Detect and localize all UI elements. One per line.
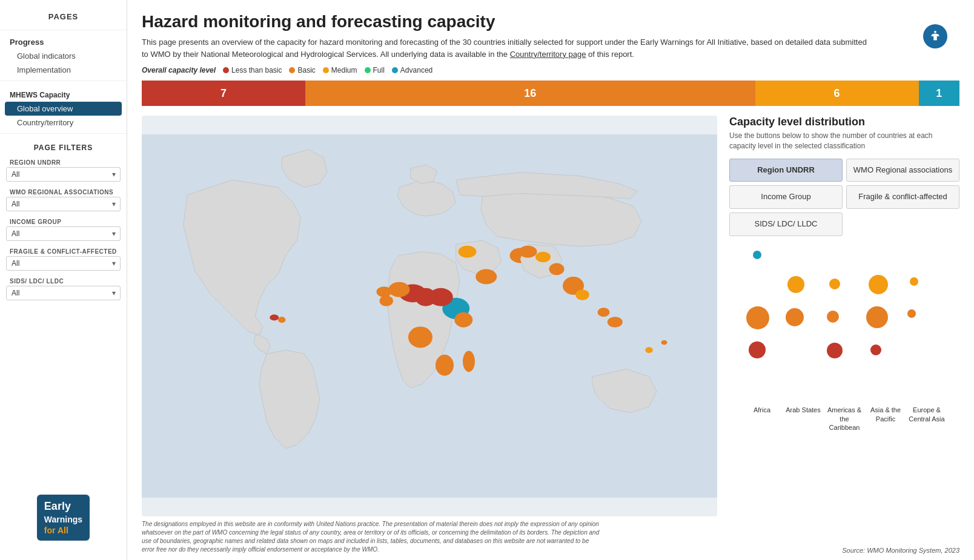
sidebar: PAGES Progress Global indicators Impleme…: [0, 0, 127, 560]
bangladesh-marker: [549, 263, 565, 275]
capacity-dist-title: Capacity level distribution: [729, 116, 959, 128]
guinea-marker: [380, 295, 394, 306]
capacity-dist-desc: Use the buttons below to show the number…: [729, 131, 959, 151]
btn-region-undrr[interactable]: Region UNDRR: [729, 159, 843, 182]
bar-less-than-basic: 7: [142, 81, 305, 106]
legend-row: Overall capacity level Less than basic B…: [142, 66, 959, 74]
bubble-americas-medium: [829, 278, 840, 289]
region-undrr-filter[interactable]: All: [6, 167, 121, 182]
map-area: The designations employed in this websit…: [142, 116, 717, 554]
x-label-africa: Africa: [744, 406, 780, 432]
less-than-basic-label: Less than basic: [231, 66, 282, 74]
legend-less-than-basic: Less than basic: [223, 66, 282, 74]
somalia-marker: [454, 312, 472, 328]
legend-full: Full: [365, 66, 385, 74]
legend-medium: Medium: [323, 66, 357, 74]
x-label-arab: Arab States: [785, 406, 821, 432]
less-than-basic-dot: [223, 67, 229, 73]
bubble-arab-medium: [787, 276, 804, 293]
early-warnings-logo: Early Warnings for All: [37, 495, 90, 541]
bubble-asia-lessthan: [870, 344, 881, 355]
btn-fragile[interactable]: Fragile & conflict-affected: [846, 185, 959, 209]
income-group-label: INCOME GROUP: [0, 215, 127, 226]
basic-label: Basic: [297, 66, 315, 74]
country-territory-link[interactable]: Country/territory page: [510, 50, 586, 59]
legend-basic: Basic: [289, 66, 315, 74]
haiti-marker: [270, 315, 279, 321]
fragile-select[interactable]: All: [6, 256, 121, 271]
sidebar-item-country-territory[interactable]: Country/territory: [0, 116, 127, 130]
bubble-europe-medium: [910, 277, 918, 286]
pacific-marker2: [661, 340, 668, 345]
bubble-africa-lessthan: [749, 341, 766, 358]
region-undrr-select[interactable]: All: [6, 167, 121, 182]
sids-label: SIDS/ LDC/ LLDC: [0, 274, 127, 286]
bubble-americas-lessthan: [827, 343, 843, 358]
bubble-europe-basic: [907, 309, 916, 318]
x-label-asia: Asia & the Pacific: [867, 406, 904, 432]
right-panel: Capacity level distribution Use the butt…: [729, 116, 959, 554]
medium-label: Medium: [331, 66, 357, 74]
medium-dot: [323, 67, 329, 73]
sidebar-item-global-overview[interactable]: Global overview: [5, 102, 122, 116]
pacific-marker: [645, 347, 653, 353]
svg-point-0: [934, 31, 936, 33]
wmo-regional-filter[interactable]: All: [6, 197, 121, 211]
bubble-africa-advanced: [753, 251, 761, 259]
sids-filter[interactable]: All: [6, 286, 121, 300]
progress-heading: Progress: [0, 34, 127, 49]
bubble-chart-inner: [735, 246, 953, 403]
bar-value-6: 6: [833, 87, 840, 100]
region-undrr-label: REGION UNDRR: [0, 156, 127, 167]
bubble-americas-basic: [827, 311, 839, 323]
yemen-marker: [475, 269, 497, 285]
map-container: [142, 116, 717, 516]
legend-advanced: Advanced: [392, 66, 432, 74]
full-label: Full: [373, 66, 385, 74]
x-axis-labels: Africa Arab States Americas & the Caribb…: [735, 406, 953, 432]
sidebar-item-implementation[interactable]: Implementation: [0, 63, 127, 77]
bar-value-7: 7: [220, 87, 227, 100]
source-text: Source: WMO Monitoring System, 2023: [729, 544, 959, 554]
world-map-svg: [142, 116, 717, 516]
nepal-marker: [535, 252, 551, 263]
fragile-filter[interactable]: All: [6, 256, 121, 271]
classification-grid: Region UNDRR WMO Regional associations I…: [729, 159, 959, 237]
wmo-regional-select[interactable]: All: [6, 197, 121, 211]
bar-medium: 6: [755, 81, 919, 106]
mali-marker: [389, 282, 410, 297]
sids-select[interactable]: All: [6, 286, 121, 300]
sidebar-item-global-indicators[interactable]: Global indicators: [0, 49, 127, 63]
advanced-dot: [392, 67, 398, 73]
chad-marker: [415, 288, 436, 306]
advanced-label: Advanced: [400, 66, 432, 74]
wmo-regional-label: WMO REGIONAL ASSOCIATIONS: [0, 185, 127, 197]
mozambique-marker: [436, 355, 454, 376]
legend-label: Overall capacity level: [142, 66, 216, 74]
body-area: The designations employed in this websit…: [142, 116, 959, 554]
bar-value-1: 1: [936, 87, 942, 100]
page-description: This page presents an overview of the ca…: [142, 36, 869, 60]
bar-basic: 16: [305, 81, 755, 106]
btn-income-group[interactable]: Income Group: [729, 185, 843, 209]
bubble-asia-medium: [869, 275, 888, 294]
full-dot: [365, 67, 371, 73]
bubble-asia-basic: [866, 306, 888, 328]
bubble-arab-basic: [786, 308, 804, 326]
drc-marker: [408, 327, 432, 348]
madagascar-marker: [463, 351, 475, 372]
income-group-filter[interactable]: All: [6, 226, 121, 241]
pages-heading: PAGES: [0, 10, 127, 26]
btn-wmo-regional[interactable]: WMO Regional associations: [846, 159, 959, 182]
cambodia-marker: [575, 289, 589, 300]
x-label-americas: Americas & the Caribbean: [826, 406, 863, 432]
senegal-marker: [377, 286, 392, 297]
bar-value-16: 16: [524, 87, 536, 100]
main-content: Hazard monitoring and forecasting capaci…: [127, 0, 974, 560]
page-filters-heading: PAGE FILTERS: [0, 137, 127, 156]
capacity-bar: 7 16 6 1: [142, 81, 959, 106]
income-group-select[interactable]: All: [6, 226, 121, 241]
btn-sids[interactable]: SIDS/ LDC/ LLDC: [729, 212, 843, 236]
mhews-heading: MHEWS Capacity: [0, 85, 127, 102]
accessibility-button[interactable]: [923, 24, 947, 48]
